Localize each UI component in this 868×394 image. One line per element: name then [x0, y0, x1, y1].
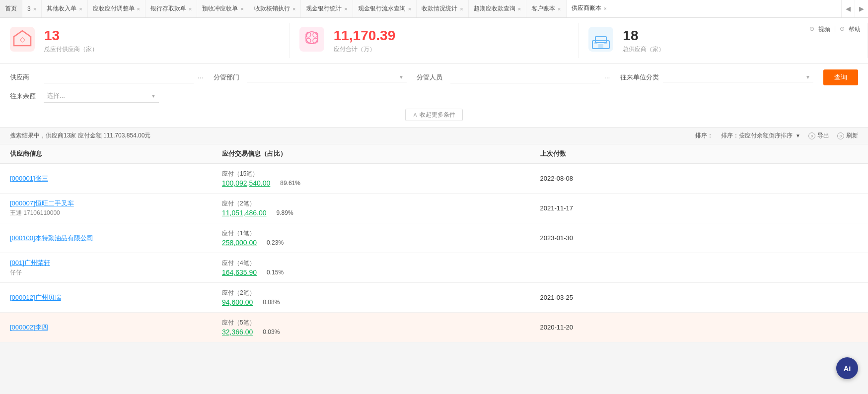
nav-tab-cash-flow[interactable]: 现金银行流水查询 × [353, 0, 417, 18]
last-payment-cell-5: 2020-11-20 [540, 324, 752, 331]
supplier-link-0[interactable]: [000001]张三 [10, 174, 222, 183]
transaction-amount-1[interactable]: 11,051,486.00 [222, 209, 267, 217]
transaction-label-3: 应付（4笔） [222, 259, 540, 267]
transaction-amount-2[interactable]: 258,000.00 [222, 239, 257, 247]
svg-text:◇: ◇ [20, 35, 25, 43]
table-row: [000002]李四 应付（5笔） 32,366.00 0.03% 2020-1… [0, 313, 868, 342]
export-icon: ○ [808, 132, 815, 139]
close-icon[interactable]: × [137, 6, 140, 12]
payable-suppliers-icon: ◇ [10, 27, 37, 54]
supplier-input[interactable] [44, 71, 194, 83]
refresh-button[interactable]: ○ 刷新 [837, 131, 858, 140]
results-summary-text: 搜索结果中，供应商13家 应付金额 111,703,854.00元 [10, 131, 150, 140]
supplier-link-4[interactable]: [000012]广州贝瑞 [10, 293, 222, 302]
close-icon[interactable]: × [344, 6, 347, 12]
filter-person: 分管人员 ··· [417, 71, 610, 83]
supplier-cell-0: [000001]张三 [10, 174, 222, 183]
close-icon[interactable]: × [604, 5, 607, 11]
chevron-down-icon: ▼ [151, 93, 156, 99]
nav-prev-arrow[interactable]: ◀ [841, 0, 855, 18]
export-label: 导出 [817, 131, 829, 140]
search-button[interactable]: 查询 [823, 69, 858, 85]
supplier-ellipsis-icon[interactable]: ··· [198, 73, 204, 81]
nav-tab-customer-account[interactable]: 客户账本 × [526, 0, 566, 18]
chevron-down-icon: ▼ [805, 74, 810, 80]
nav-tab-receipt-exec[interactable]: 收款核销执行 × [249, 0, 301, 18]
transaction-label-1: 应付（2笔） [222, 199, 540, 208]
close-icon[interactable]: × [240, 6, 243, 12]
table-row: [000001]张三 应付（15笔） 100,092,540.00 89.61%… [0, 164, 868, 194]
category-select[interactable]: ▼ [663, 72, 814, 82]
transaction-amount-4[interactable]: 94,600.00 [222, 298, 253, 306]
help-circle-icon: ⊙ [840, 25, 845, 34]
close-icon[interactable]: × [79, 6, 82, 12]
supplier-cell-3: [001]广州荣轩 仔仔 [10, 259, 222, 277]
supplier-link-3[interactable]: [001]广州荣轩 [10, 259, 222, 267]
nav-tab-bank-deposit-label: 银行存取款单 [150, 4, 186, 13]
help-link[interactable]: 帮助 [849, 25, 861, 34]
nav-tab-other-income[interactable]: 其他收入单 × [42, 0, 87, 18]
transaction-amount-5[interactable]: 32,366.00 [222, 328, 253, 336]
balance-select[interactable]: 选择... ▼ [44, 89, 159, 103]
nav-tab-ar-adjust[interactable]: 应收应付调整单 × [88, 0, 145, 18]
divider: | [834, 25, 836, 34]
close-icon[interactable]: × [460, 6, 463, 12]
nav-tab-receipt-stat[interactable]: 收款情况统计 × [417, 0, 468, 18]
filter-category: 往来单位分类 ▼ [620, 72, 814, 82]
nav-tab-receipt-exec-label: 收款核销执行 [254, 4, 290, 13]
supplier-cell-2: [000100]本特勤油品有限公司 [10, 234, 222, 243]
department-select[interactable]: ▼ [247, 72, 407, 82]
filter-supplier: 供应商 ··· [10, 71, 204, 83]
collapse-btn-label: 收起更多条件 [420, 111, 455, 118]
table-row: [001]广州荣轩 仔仔 应付（4笔） 164,635.90 0.15% [0, 253, 868, 283]
total-suppliers-icon [588, 27, 616, 54]
video-link[interactable]: 视频 [818, 25, 830, 34]
nav-tab-supplier-account[interactable]: 供应商账本 × [567, 0, 612, 18]
nav-next-arrow[interactable]: ▶ [855, 0, 868, 18]
nav-tab-3[interactable]: 3 × [22, 0, 42, 18]
sort-select[interactable]: 排序：按应付余额倒序排序 ▼ [721, 131, 800, 140]
svg-rect-13 [594, 42, 597, 44]
supplier-sub-1: 王通 17106110000 [10, 209, 222, 217]
col-header-last-payment: 上次付数 [540, 149, 752, 158]
close-icon[interactable]: × [292, 6, 295, 12]
person-ellipsis-icon[interactable]: ··· [604, 73, 610, 81]
video-circle-icon: ⊙ [809, 25, 814, 34]
transaction-cell-2: 应付（1笔） 258,000.00 0.23% [222, 229, 540, 247]
transaction-amount-3[interactable]: 164,635.90 [222, 268, 257, 276]
last-payment-cell-4: 2021-03-25 [540, 294, 752, 301]
filter-row-2: 往来余额 选择... ▼ [10, 89, 858, 103]
supplier-link-5[interactable]: [000002]李四 [10, 323, 222, 332]
summary-total-content: 18 总供应商（家） [623, 27, 664, 54]
close-icon[interactable]: × [33, 6, 36, 12]
nav-tab-cash-stat[interactable]: 现金银行统计 × [301, 0, 353, 18]
nav-tab-bank-deposit[interactable]: 银行存取款单 × [145, 0, 197, 18]
nav-tab-overdue[interactable]: 超期应收款查询 × [469, 0, 526, 18]
nav-tab-home[interactable]: 首页 [0, 0, 22, 18]
balance-label: 往来余额 [10, 92, 40, 101]
close-icon[interactable]: × [189, 6, 192, 12]
data-table: 供应商信息 应付交易信息（占比） 上次付数 [000001]张三 应付（15笔）… [0, 144, 868, 342]
close-icon[interactable]: × [558, 6, 561, 12]
nav-tab-other-income-label: 其他收入单 [47, 4, 76, 13]
transaction-pct-0: 89.61% [280, 180, 300, 187]
last-payment-date-4: 2021-03-25 [540, 294, 574, 301]
person-input[interactable] [450, 71, 600, 83]
nav-tab-prepay[interactable]: 预收冲应收单 × [197, 0, 249, 18]
total-suppliers-label: 总供应商（家） [623, 45, 664, 54]
payable-total-icon [299, 27, 327, 54]
svg-rect-3 [299, 27, 324, 52]
supplier-link-2[interactable]: [000100]本特勤油品有限公司 [10, 234, 222, 243]
table-header: 供应商信息 应付交易信息（占比） 上次付数 [0, 144, 868, 164]
last-payment-date-2: 2023-01-30 [540, 234, 574, 242]
close-icon[interactable]: × [408, 6, 411, 12]
supplier-link-1[interactable]: [000007]恒旺二手叉车 [10, 199, 222, 208]
summary-bar: ◇ 13 总应付供应商（家） 11,170.39 应付合计（万） [0, 18, 868, 64]
transaction-row-3: 164,635.90 0.15% [222, 268, 540, 276]
export-button[interactable]: ○ 导出 [808, 131, 829, 140]
collapse-more-btn[interactable]: ∧ 收起更多条件 [405, 109, 462, 121]
close-icon[interactable]: × [518, 6, 521, 12]
transaction-amount-0[interactable]: 100,092,540.00 [222, 179, 270, 187]
transaction-row-1: 11,051,486.00 9.89% [222, 209, 540, 217]
category-label: 往来单位分类 [620, 73, 659, 82]
